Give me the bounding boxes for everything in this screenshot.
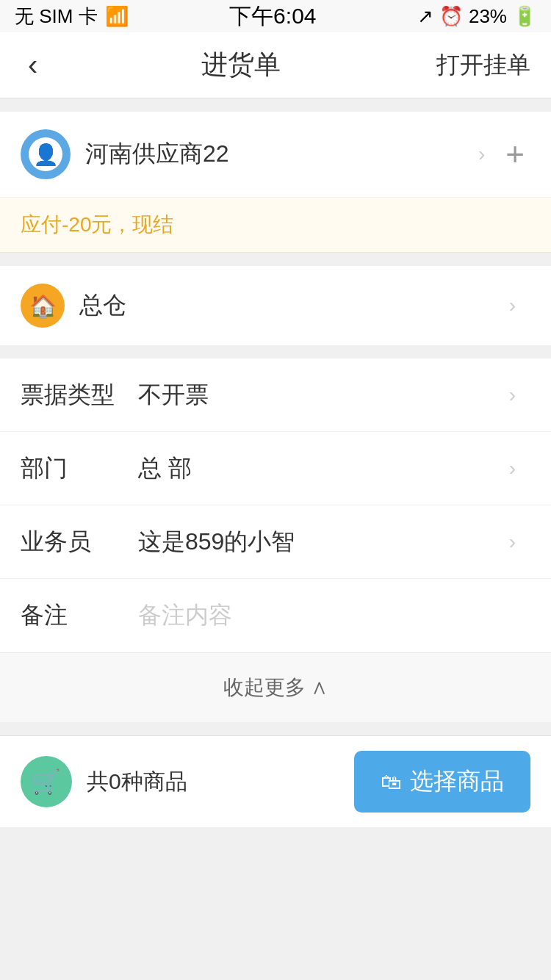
cart-icon: 🛒 — [21, 756, 72, 807]
remark-row[interactable]: 备注 备注内容 — [0, 579, 551, 652]
warehouse-name: 总仓 — [79, 289, 509, 322]
invoice-type-row[interactable]: 票据类型 不开票 › — [0, 359, 551, 432]
salesman-row[interactable]: 业务员 这是859的小智 › — [0, 505, 551, 579]
warehouse-section: 🏠 总仓 › — [0, 266, 551, 345]
bottom-extra — [0, 827, 551, 980]
status-right: ↗ ⏰ 23% 🔋 — [417, 5, 536, 28]
warehouse-chevron-icon: › — [509, 294, 516, 317]
warehouse-icon: 🏠 — [21, 284, 65, 328]
location-icon: ↗ — [417, 5, 433, 28]
department-value: 总 部 — [123, 453, 509, 485]
collapse-label: 收起更多 ∧ — [223, 676, 328, 699]
remark-value: 备注内容 — [123, 599, 530, 632]
content-area: 河南供应商22 › + 应付-20元，现结 🏠 总仓 › 票据类型 不开票 › … — [0, 98, 551, 980]
notice-text: 应付-20元，现结 — [21, 213, 173, 236]
invoice-type-value: 不开票 — [123, 379, 509, 411]
supplier-chevron-icon: › — [478, 143, 485, 166]
product-count: 共0种商品 — [87, 767, 354, 797]
status-time: 下午6:04 — [229, 1, 316, 32]
salesman-label: 业务员 — [21, 526, 123, 558]
carrier-label: 无 SIM 卡 — [15, 4, 98, 29]
invoice-type-chevron-icon: › — [509, 383, 516, 407]
add-supplier-button[interactable]: + — [500, 136, 530, 173]
supplier-row[interactable]: 河南供应商22 › + — [0, 112, 551, 198]
status-left: 无 SIM 卡 📶 — [15, 4, 129, 29]
avatar-inner — [29, 137, 62, 171]
supplier-section: 河南供应商22 › + 应付-20元，现结 — [0, 112, 551, 253]
invoice-type-label: 票据类型 — [21, 379, 123, 411]
remark-label: 备注 — [21, 599, 123, 632]
alarm-icon: ⏰ — [439, 5, 463, 28]
department-row[interactable]: 部门 总 部 › — [0, 432, 551, 505]
divider-1 — [0, 253, 551, 266]
nav-bar: ‹ 进货单 打开挂单 — [0, 32, 551, 98]
supplier-avatar — [21, 129, 71, 179]
open-pending-button[interactable]: 打开挂单 — [436, 49, 530, 82]
status-bar: 无 SIM 卡 📶 下午6:04 ↗ ⏰ 23% 🔋 — [0, 0, 551, 32]
bottom-bar: 🛒 共0种商品 🛍 选择商品 — [0, 735, 551, 827]
top-divider — [0, 98, 551, 112]
department-label: 部门 — [21, 453, 123, 485]
salesman-value: 这是859的小智 — [123, 526, 509, 558]
select-product-icon: 🛍 — [381, 770, 401, 794]
battery-label: 23% — [469, 5, 507, 28]
form-section: 票据类型 不开票 › 部门 总 部 › 业务员 这是859的小智 › 备注 备注… — [0, 359, 551, 652]
battery-icon: 🔋 — [513, 5, 536, 28]
select-product-button[interactable]: 🛍 选择商品 — [354, 751, 530, 813]
back-button[interactable]: ‹ — [21, 41, 45, 89]
department-chevron-icon: › — [509, 457, 516, 480]
supplier-name: 河南供应商22 — [85, 138, 478, 170]
warehouse-row[interactable]: 🏠 总仓 › — [0, 266, 551, 345]
page-title: 进货单 — [201, 47, 281, 83]
collapse-button[interactable]: 收起更多 ∧ — [0, 652, 551, 722]
select-product-label: 选择商品 — [410, 765, 504, 798]
notice-bar: 应付-20元，现结 — [0, 198, 551, 253]
wifi-icon: 📶 — [105, 5, 129, 28]
salesman-chevron-icon: › — [509, 530, 516, 554]
divider-2 — [0, 345, 551, 359]
